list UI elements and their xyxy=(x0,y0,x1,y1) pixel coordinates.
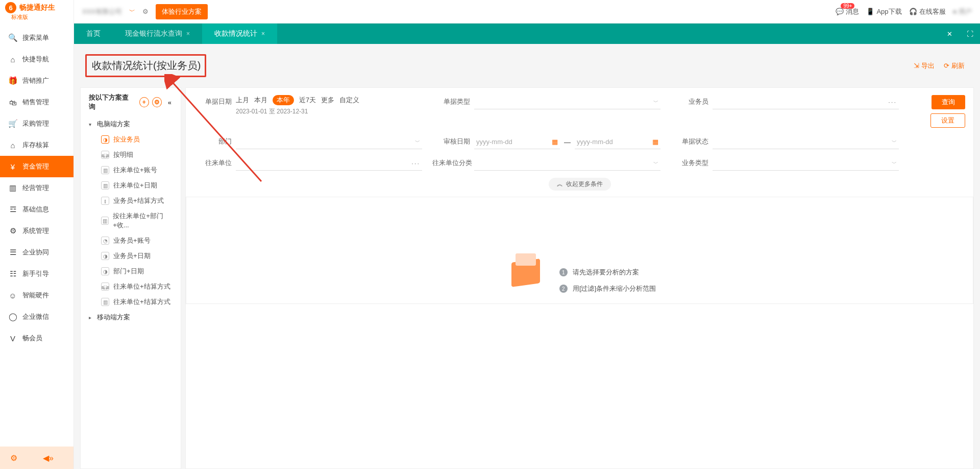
sidebar-item-inventory[interactable]: ⌂库存核算 xyxy=(0,134,74,156)
audit-date-to[interactable]: yyyy-mm-dd▦ xyxy=(575,135,660,149)
caret-right-icon: ▸ xyxy=(89,315,94,320)
gear-icon: ⚙ xyxy=(8,226,17,236)
tab-cashflow[interactable]: 现金银行流水查询× xyxy=(113,24,202,44)
grid-icon: ▥ xyxy=(101,217,109,225)
app-download-link[interactable]: 📱App下载 xyxy=(866,7,901,16)
sidebar-item-wecom[interactable]: ◯企业微信 xyxy=(0,306,74,327)
chip-this-year[interactable]: 本年 xyxy=(273,95,294,105)
chevron-down-icon: ﹀ xyxy=(892,138,897,146)
close-icon[interactable]: × xyxy=(261,30,265,37)
fullscreen-icon[interactable]: ⛶ xyxy=(960,24,980,44)
grid-icon: ▥ xyxy=(101,166,109,174)
settings-icon[interactable]: ⚙ xyxy=(10,453,17,463)
sidebar-item-guide[interactable]: ☷新手引导 xyxy=(0,263,74,285)
refresh-button[interactable]: ⟳刷新 xyxy=(944,61,965,71)
chevron-down-icon: ﹀ xyxy=(892,160,897,167)
gear-icon[interactable]: ⚙ xyxy=(142,8,149,15)
query-button[interactable]: 查询 xyxy=(932,95,965,109)
chip-more[interactable]: 更多 xyxy=(321,96,334,105)
refresh-icon: ⟳ xyxy=(944,62,949,69)
doc-type-select[interactable]: ﹀ xyxy=(474,95,660,109)
tab-home[interactable]: 首页 xyxy=(74,24,113,44)
scheme-item-partner-settle2[interactable]: ▥往来单位+结算方式 xyxy=(87,294,178,310)
box-icon: ⌂ xyxy=(8,140,17,150)
messages-link[interactable]: 99+ 💬消息 xyxy=(836,7,859,16)
sidebar-item-collab[interactable]: ☰企业协同 xyxy=(0,242,74,263)
partner-select[interactable]: ··· xyxy=(236,156,422,171)
salesman-select[interactable]: ··· xyxy=(713,95,899,109)
chip-custom[interactable]: 自定义 xyxy=(339,96,359,105)
scheme-item-partner-date[interactable]: ▥往来单位+日期 xyxy=(87,178,178,193)
cart-icon: 🛍 xyxy=(8,98,17,107)
chevron-down-icon: ﹀ xyxy=(653,99,658,106)
close-all-tabs[interactable]: ✕ xyxy=(939,24,960,44)
calendar-icon: ▦ xyxy=(652,138,658,146)
scheme-item-dept-date[interactable]: ◑部门+日期 xyxy=(87,264,178,279)
pie-icon: ◔ xyxy=(101,237,109,245)
label-partner-cat: 往来单位分类 xyxy=(432,156,470,168)
sidebar-item-vip[interactable]: V畅会员 xyxy=(0,327,74,349)
scheme-item-partner-settle1[interactable]: ⫹⫺往来单位+结算方式 xyxy=(87,279,178,294)
form-icon: ☲ xyxy=(8,205,17,214)
clock-icon: ◑ xyxy=(101,252,109,260)
sidebar-item-marketing[interactable]: 🎁营销推广 xyxy=(0,70,74,91)
sidebar-item-purchase[interactable]: 🛒采购管理 xyxy=(0,113,74,134)
label-audit-date: 审核日期 xyxy=(432,135,470,146)
wechat-icon: ◯ xyxy=(8,312,17,321)
audit-date-from[interactable]: yyyy-mm-dd▦ xyxy=(474,135,560,149)
collapse-filters-button[interactable]: ︽收起更多条件 xyxy=(549,178,611,191)
export-button[interactable]: ⇲导出 xyxy=(914,61,935,71)
support-link[interactable]: 🎧在线客服 xyxy=(909,7,946,16)
scheme-item-partner-account[interactable]: ▥往来单位+账号 xyxy=(87,162,178,178)
sidebar-item-system[interactable]: ⚙系统管理 xyxy=(0,220,74,242)
sidebar-item-hardware[interactable]: ☺智能硬件 xyxy=(0,285,74,306)
sidebar-item-sales[interactable]: 🛍销售管理 xyxy=(0,91,74,113)
user-avatar[interactable]: ● 用户 xyxy=(953,7,972,16)
scheme-group-mobile[interactable]: ▸移动端方案 xyxy=(87,310,178,325)
gift-icon: 🎁 xyxy=(8,76,17,85)
collapse-panel-button[interactable]: « xyxy=(165,99,175,106)
result-placeholder: 1请先选择要分析的方案 2用[过滤]条件来缩小分析范围 xyxy=(186,197,973,304)
sidebar-item-search[interactable]: 🔍搜索菜单 xyxy=(0,27,74,49)
vip-icon: V xyxy=(8,334,17,343)
scheme-item-salesman-account[interactable]: ◔业务员+账号 xyxy=(87,233,178,248)
main-menu: 🔍搜索菜单 ⌂快捷导航 🎁营销推广 🛍销售管理 🛒采购管理 ⌂库存核算 ¥资金管… xyxy=(0,24,74,447)
sidebar-item-funds[interactable]: ¥资金管理 xyxy=(0,156,74,177)
scheme-settings-button[interactable]: ⚙ xyxy=(152,97,162,107)
more-icon: ··· xyxy=(888,98,897,106)
scheme-header: 按以下方案查询 + ⚙ « xyxy=(84,93,178,116)
close-icon[interactable]: × xyxy=(186,30,190,37)
chip-7days[interactable]: 近7天 xyxy=(299,96,316,105)
clock-icon: ◑ xyxy=(101,267,109,275)
page-header: 收款情况统计(按业务员) ⇲导出 ⟳刷新 xyxy=(80,49,974,82)
audit-date-range: yyyy-mm-dd▦ — yyyy-mm-dd▦ xyxy=(474,135,660,149)
bag-icon: 🛒 xyxy=(8,119,17,128)
doc-date-control: 上月 本月 本年 近7天 更多 自定义 2023-01-01 至 2023-12… xyxy=(236,95,422,116)
chip-this-month[interactable]: 本月 xyxy=(254,96,267,105)
dept-select[interactable]: ﹀ xyxy=(236,135,422,149)
scheme-item-salesman[interactable]: ◑按业务员 xyxy=(87,132,178,147)
add-scheme-button[interactable]: + xyxy=(139,97,149,107)
sidebar-item-baseinfo[interactable]: ☲基础信息 xyxy=(0,199,74,220)
chip-last-month[interactable]: 上月 xyxy=(236,96,249,105)
grid-icon: ▥ xyxy=(101,181,109,190)
scheme-item-salesman-date[interactable]: ◑业务员+日期 xyxy=(87,248,178,264)
sidebar-item-quicknav[interactable]: ⌂快捷导航 xyxy=(0,49,74,70)
settings-button[interactable]: 设置 xyxy=(930,113,965,128)
sound-icon[interactable]: ◀» xyxy=(43,453,54,463)
doc-state-select[interactable]: ﹀ xyxy=(713,135,899,149)
biz-type-select[interactable]: ﹀ xyxy=(713,156,899,171)
chevron-down-icon[interactable]: ﹀ xyxy=(129,7,135,16)
scheme-item-detail[interactable]: ⫹⫺按明细 xyxy=(87,147,178,162)
scheme-group-pc[interactable]: ▾电脑端方案 xyxy=(87,116,178,132)
tab-receipt-stats[interactable]: 收款情况统计× xyxy=(202,24,277,44)
sidebar-item-operation[interactable]: ▥经营管理 xyxy=(0,177,74,199)
company-selector[interactable]: XXX有限公司 xyxy=(82,7,122,16)
scheme-item-partner-dept[interactable]: ▥按往来单位+部门+收... xyxy=(87,208,178,233)
trial-button[interactable]: 体验行业方案 xyxy=(156,4,208,19)
scheme-item-salesman-settle[interactable]: ⫿业务员+结算方式 xyxy=(87,193,178,208)
export-icon: ⇲ xyxy=(914,62,919,69)
home-icon: ⌂ xyxy=(8,55,17,64)
partner-cat-select[interactable]: ﹀ xyxy=(474,156,660,171)
brand-name: 畅捷通好生 xyxy=(19,3,55,12)
